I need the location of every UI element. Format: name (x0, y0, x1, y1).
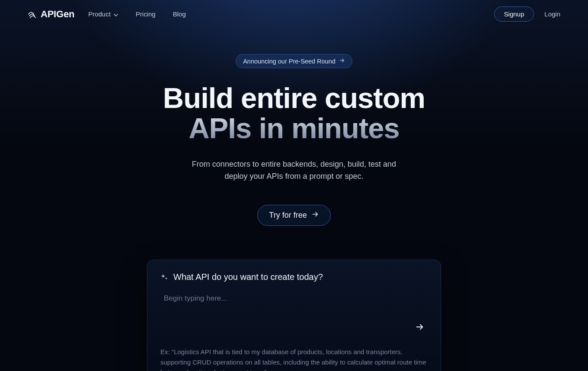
prompt-input-container (160, 292, 428, 339)
prompt-textarea[interactable] (160, 292, 428, 330)
cta-label: Try for free (269, 211, 307, 220)
chevron-down-icon (113, 12, 118, 17)
arrow-right-icon (311, 210, 319, 220)
nav-link-product[interactable]: Product (88, 10, 118, 18)
hero-headline-line2: APIs in minutes (163, 113, 425, 143)
top-navbar: APIGen Product Pricing Blog Signup Login (0, 0, 588, 28)
hero-section: Announcing our Pre-Seed Round Build enti… (0, 28, 588, 371)
nav-link-blog[interactable]: Blog (173, 10, 186, 18)
hero-headline: Build entire custom APIs in minutes (163, 83, 425, 144)
announcement-text: Announcing our Pre-Seed Round (243, 58, 336, 65)
nav-link-label: Blog (173, 10, 186, 18)
brand-name: APIGen (41, 9, 74, 20)
sparkle-icon (160, 273, 168, 281)
brand-logo[interactable]: APIGen (28, 9, 74, 20)
primary-nav: Product Pricing Blog (88, 10, 186, 18)
arrow-right-icon (415, 322, 425, 333)
arrow-right-icon (339, 57, 345, 65)
try-for-free-button[interactable]: Try for free (257, 205, 330, 226)
announcement-pill[interactable]: Announcing our Pre-Seed Round (236, 54, 352, 68)
brand-logo-icon (28, 10, 38, 19)
prompt-title: What API do you want to create today? (173, 272, 323, 282)
nav-link-label: Pricing (136, 10, 156, 18)
hero-subtitle: From connectors to entire backends, desi… (186, 159, 402, 183)
prompt-example-text: Ex: "Logistics API that is tied to my da… (160, 347, 428, 371)
signup-button[interactable]: Signup (494, 6, 534, 22)
nav-link-pricing[interactable]: Pricing (136, 10, 156, 18)
prompt-header: What API do you want to create today? (160, 272, 428, 282)
hero-headline-line1: Build entire custom (163, 83, 425, 113)
prompt-card: What API do you want to create today? Ex… (147, 260, 441, 371)
nav-actions: Signup Login (494, 6, 560, 22)
prompt-submit-button[interactable] (412, 320, 428, 336)
login-link[interactable]: Login (544, 10, 560, 18)
nav-link-label: Product (88, 10, 111, 18)
